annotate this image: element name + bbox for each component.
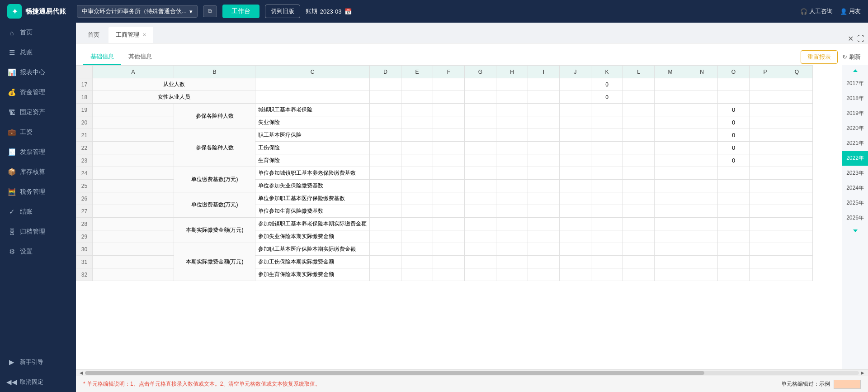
cell-31-e[interactable] bbox=[401, 256, 433, 268]
cell-26-p[interactable] bbox=[750, 192, 781, 205]
cell-19-e[interactable] bbox=[401, 104, 433, 116]
cell-25-a[interactable] bbox=[93, 180, 174, 192]
cell-32-f[interactable] bbox=[433, 268, 465, 281]
sidebar-item-newbie[interactable]: ▶ 新手引导 bbox=[0, 352, 76, 372]
cell-18-o[interactable] bbox=[718, 91, 750, 104]
cell-20-o[interactable]: 0 bbox=[718, 116, 750, 129]
cell-17-h[interactable] bbox=[496, 78, 528, 91]
cell-32-a[interactable] bbox=[93, 268, 174, 281]
cell-17-m[interactable] bbox=[655, 78, 686, 91]
year-panel-down[interactable] bbox=[842, 225, 868, 236]
cell-19-i[interactable] bbox=[528, 104, 560, 116]
sidebar-item-archive[interactable]: 🗄 归档管理 bbox=[0, 222, 76, 242]
cell-18-n[interactable] bbox=[686, 91, 718, 104]
cell-22-i[interactable] bbox=[528, 142, 560, 154]
reset-report-button[interactable]: 重置报表 bbox=[801, 50, 838, 64]
sidebar-item-unpin[interactable]: ◀◀ 取消固定 bbox=[0, 372, 76, 392]
cell-24-k[interactable] bbox=[591, 167, 623, 180]
year-2019[interactable]: 2019年 bbox=[842, 106, 868, 121]
cell-29-g[interactable] bbox=[465, 230, 496, 243]
cell-30-g[interactable] bbox=[465, 243, 496, 256]
cell-32-d[interactable] bbox=[370, 268, 401, 281]
cell-25-o[interactable] bbox=[718, 180, 750, 192]
cell-25-d[interactable] bbox=[370, 180, 401, 192]
cell-26-o[interactable] bbox=[718, 192, 750, 205]
sidebar-item-tax[interactable]: 🧮 税务管理 bbox=[0, 182, 76, 202]
cell-29-a[interactable] bbox=[93, 230, 174, 243]
cell-29-d[interactable] bbox=[370, 230, 401, 243]
cell-25-h[interactable] bbox=[496, 180, 528, 192]
cell-31-i[interactable] bbox=[528, 256, 560, 268]
sidebar-item-assets[interactable]: 🏗 固定资产 bbox=[0, 102, 76, 122]
cell-18-l[interactable] bbox=[623, 91, 655, 104]
cell-21-n[interactable] bbox=[686, 129, 718, 142]
cell-26-k[interactable] bbox=[591, 192, 623, 205]
cell-29-j[interactable] bbox=[560, 230, 591, 243]
horizontal-scrollbar[interactable]: ◀ ▶ bbox=[76, 369, 868, 376]
cell-24-a[interactable] bbox=[93, 167, 174, 180]
cell-29-c[interactable]: 参加失业保险本期实际缴费金额 bbox=[255, 230, 370, 243]
sidebar-item-inventory[interactable]: 📦 库存核算 bbox=[0, 162, 76, 182]
cell-30-c[interactable]: 参加职工基本医疗保险本期实际缴费金额 bbox=[255, 243, 370, 256]
year-panel-up[interactable] bbox=[842, 65, 868, 76]
cell-28-c[interactable]: 参加城镇职工基本养老保险本期实际缴费金额 bbox=[255, 218, 370, 230]
cell-28-q[interactable] bbox=[781, 218, 813, 230]
cell-26-g[interactable] bbox=[465, 192, 496, 205]
cell-32-p[interactable] bbox=[750, 268, 781, 281]
cell-30-n[interactable] bbox=[686, 243, 718, 256]
cell-25-f[interactable] bbox=[433, 180, 465, 192]
cell-27-p[interactable] bbox=[750, 205, 781, 218]
cell-26-e[interactable] bbox=[401, 192, 433, 205]
cell-18-c[interactable] bbox=[255, 91, 370, 104]
cell-23-k[interactable] bbox=[591, 154, 623, 167]
cell-30-l[interactable] bbox=[623, 243, 655, 256]
sidebar-item-closing[interactable]: ✓ 结账 bbox=[0, 202, 76, 222]
cell-32-h[interactable] bbox=[496, 268, 528, 281]
cell-24-o[interactable] bbox=[718, 167, 750, 180]
scrollbar-thumb[interactable] bbox=[85, 371, 704, 375]
cell-19-h[interactable] bbox=[496, 104, 528, 116]
cell-23-g[interactable] bbox=[465, 154, 496, 167]
support-button[interactable]: 🎧 人工咨询 bbox=[800, 7, 833, 15]
cell-32-k[interactable] bbox=[591, 268, 623, 281]
cell-18-m[interactable] bbox=[655, 91, 686, 104]
cell-22-k[interactable] bbox=[591, 142, 623, 154]
cell-28-a[interactable] bbox=[93, 218, 174, 230]
cell-25-m[interactable] bbox=[655, 180, 686, 192]
cell-27-o[interactable] bbox=[718, 205, 750, 218]
cell-31-o[interactable] bbox=[718, 256, 750, 268]
sidebar-item-payroll[interactable]: 💼 工资 bbox=[0, 122, 76, 142]
cell-30-k[interactable] bbox=[591, 243, 623, 256]
cell-18-g[interactable] bbox=[465, 91, 496, 104]
cell-26-j[interactable] bbox=[560, 192, 591, 205]
cell-27-j[interactable] bbox=[560, 205, 591, 218]
cell-26-l[interactable] bbox=[623, 192, 655, 205]
cell-19-m[interactable] bbox=[655, 104, 686, 116]
cell-17-p[interactable] bbox=[750, 78, 781, 91]
cell-23-e[interactable] bbox=[401, 154, 433, 167]
tab-business[interactable]: 工商管理 × bbox=[108, 27, 153, 43]
cell-23-h[interactable] bbox=[496, 154, 528, 167]
cell-32-o[interactable] bbox=[718, 268, 750, 281]
cell-30-a[interactable] bbox=[93, 243, 174, 256]
cell-24-n[interactable] bbox=[686, 167, 718, 180]
cell-29-e[interactable] bbox=[401, 230, 433, 243]
cell-31-l[interactable] bbox=[623, 256, 655, 268]
cell-22-l[interactable] bbox=[623, 142, 655, 154]
cell-21-k[interactable] bbox=[591, 129, 623, 142]
cell-20-g[interactable] bbox=[465, 116, 496, 129]
cell-22-h[interactable] bbox=[496, 142, 528, 154]
cell-18-k[interactable]: 0 bbox=[591, 91, 623, 104]
scroll-right-button[interactable]: ▶ bbox=[859, 370, 866, 376]
cell-22-o[interactable]: 0 bbox=[718, 142, 750, 154]
sidebar-item-reports[interactable]: 📊 报表中心 bbox=[0, 62, 76, 82]
cell-31-k[interactable] bbox=[591, 256, 623, 268]
cell-17-i[interactable] bbox=[528, 78, 560, 91]
cell-24-q[interactable] bbox=[781, 167, 813, 180]
cell-29-p[interactable] bbox=[750, 230, 781, 243]
cell-28-e[interactable] bbox=[401, 218, 433, 230]
cell-20-e[interactable] bbox=[401, 116, 433, 129]
cell-20-a[interactable] bbox=[93, 116, 174, 129]
cell-17-n[interactable] bbox=[686, 78, 718, 91]
cell-32-m[interactable] bbox=[655, 268, 686, 281]
